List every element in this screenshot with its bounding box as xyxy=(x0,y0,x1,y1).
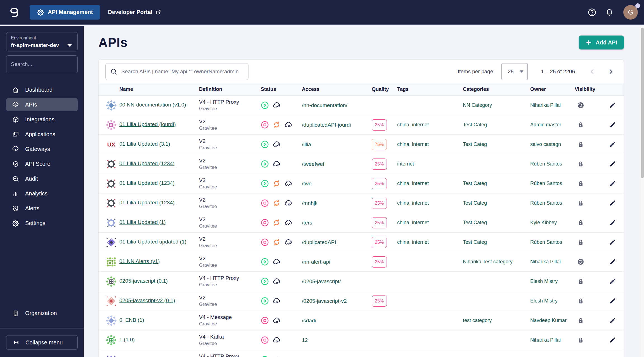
column-header-visibility: Visibility xyxy=(575,86,601,92)
table-row[interactable]: 01 Lilia Updated updated (1) V2 Gravitee… xyxy=(99,233,624,252)
sidebar-item-gateways[interactable]: Gateways xyxy=(6,143,78,156)
sidebar-item-analytics[interactable]: Analytics xyxy=(6,187,78,200)
table-row[interactable]: V4 - HTTP Proxy Gravitee xyxy=(99,350,624,357)
quality-badge[interactable]: 75% xyxy=(372,139,387,150)
quality-badge[interactable]: 25% xyxy=(372,159,387,170)
table-row[interactable]: 01 Lilia Updated (1234) V2 Gravitee /mnh… xyxy=(99,193,624,213)
api-avatar xyxy=(105,276,117,287)
api-name-link[interactable]: 0205-javascript (0.1) xyxy=(119,278,168,284)
table-row[interactable]: 01 NN Alerts (v1) V2 Gravitee /nn-alert-… xyxy=(99,252,624,272)
api-name-link[interactable]: 01 NN Alerts (v1) xyxy=(119,258,160,264)
quality-badge[interactable]: 25% xyxy=(372,295,387,307)
collapse-menu-button[interactable]: Collapse menu xyxy=(6,335,78,350)
sidebar-item-applications[interactable]: Applications xyxy=(6,128,78,141)
edit-api-button[interactable] xyxy=(606,354,619,357)
api-search[interactable] xyxy=(105,63,248,80)
sidebar-item-label: APIs xyxy=(25,101,37,108)
table-row[interactable]: 0_ENB (1) V4 - Message Gravitee /sdad/ t… xyxy=(99,311,624,330)
status-stopped-icon xyxy=(261,316,269,325)
sidebar-search-input[interactable] xyxy=(11,61,79,67)
api-name-link[interactable]: 01 Lilia Updated (1234) xyxy=(119,180,175,186)
scrollbar-thumb[interactable] xyxy=(641,28,644,178)
edit-api-button[interactable] xyxy=(606,178,619,190)
items-per-page-select[interactable]: 25 xyxy=(501,63,528,80)
api-name-link[interactable]: 0_ENB (1) xyxy=(119,317,144,323)
table-row[interactable]: 01 Lilia Updated (1234) V2 Gravitee /twe… xyxy=(99,154,624,174)
quality-cell: 25% xyxy=(372,237,397,248)
help-button[interactable] xyxy=(588,8,596,17)
edit-api-button[interactable] xyxy=(606,315,619,327)
developer-portal-link[interactable]: Developer Portal xyxy=(108,9,161,15)
table-row[interactable]: 01 Lilia Updated (jourdi) V2 Gravitee /d… xyxy=(99,115,624,135)
sidebar-item-alerts[interactable]: Alerts xyxy=(6,202,78,215)
edit-api-button[interactable] xyxy=(606,275,619,288)
gravitee-logo-icon xyxy=(9,7,20,18)
edit-api-button[interactable] xyxy=(606,217,619,229)
quality-badge[interactable]: 25% xyxy=(372,256,387,268)
table-row[interactable]: 1 (1.0) V4 - Kafka Gravitee 12 Niharika … xyxy=(99,330,624,350)
visibility-cell xyxy=(575,317,601,324)
main-content: APIs Add API Items per page: 25 1 – 25 o… xyxy=(84,26,640,357)
edit-api-button[interactable] xyxy=(606,99,619,112)
table-row[interactable]: 01 Lilia Updated (1) V2 Gravitee /ters 2… xyxy=(99,213,624,233)
definition-vendor: Gravitee xyxy=(199,184,261,190)
edit-api-button[interactable] xyxy=(606,138,619,151)
access-path: /nn-documentation/ xyxy=(302,102,372,108)
api-name-link[interactable]: 0205-javascript-v2 (0.1) xyxy=(119,297,175,304)
api-name-link[interactable]: 01 Lilia Updated (jourdi) xyxy=(119,121,176,127)
api-name-link[interactable]: 01 Lilia Updated updated (1) xyxy=(119,239,186,245)
access-path: /tweefwef xyxy=(302,161,372,167)
api-name-link[interactable]: 1 (1.0) xyxy=(119,337,135,343)
notifications-button[interactable] xyxy=(605,8,614,17)
api-avatar xyxy=(105,217,117,229)
previous-page-button[interactable] xyxy=(586,65,598,78)
status-synced-cloud-icon xyxy=(273,140,281,148)
table-row[interactable]: 01 Lilia Updated (1234) V2 Gravitee /twe… xyxy=(99,174,624,193)
column-header-owner: Owner xyxy=(530,86,575,92)
table-row[interactable]: 0205-javascript (0.1) V4 - HTTP Proxy Gr… xyxy=(99,272,624,291)
visibility-cell xyxy=(575,141,601,148)
environment-select[interactable]: Environment fr-apim-master-dev xyxy=(6,32,78,51)
quality-badge[interactable]: 25% xyxy=(372,119,387,131)
add-api-button[interactable]: Add API xyxy=(579,36,624,49)
table-row[interactable]: UX 01 Lilia Updated (3.1) V2 Gravitee /l… xyxy=(99,135,624,154)
user-menu[interactable]: G xyxy=(623,5,638,20)
sidebar-item-label: Gateways xyxy=(25,146,50,152)
edit-api-button[interactable] xyxy=(606,197,619,209)
sidebar-item-apis[interactable]: APIs xyxy=(6,98,78,111)
edit-api-button[interactable] xyxy=(606,334,619,346)
sidebar-item-organization[interactable]: Organization xyxy=(6,307,78,320)
edit-api-button[interactable] xyxy=(606,256,619,268)
edit-api-button[interactable] xyxy=(606,236,619,249)
edit-api-button[interactable] xyxy=(606,119,619,131)
page-scrollbar[interactable] xyxy=(640,26,644,357)
api-name-link[interactable]: 01 Lilia Updated (1234) xyxy=(119,160,175,167)
quality-badge[interactable]: 25% xyxy=(372,217,387,228)
search-check-icon xyxy=(12,175,19,183)
edit-api-button[interactable] xyxy=(606,295,619,307)
sidebar-item-integrations[interactable]: Integrations xyxy=(6,113,78,126)
quality-badge[interactable]: 25% xyxy=(372,178,387,189)
sidebar-item-settings[interactable]: Settings xyxy=(6,217,78,230)
definition-version: V4 - Kafka xyxy=(199,334,261,340)
sidebar-search[interactable] xyxy=(6,55,78,73)
edit-api-button[interactable] xyxy=(606,158,619,170)
quality-badge[interactable]: 25% xyxy=(372,237,387,248)
api-name-link[interactable]: 01 Lilia Updated (3.1) xyxy=(119,141,170,147)
private-lock-icon xyxy=(577,160,584,168)
help-icon xyxy=(588,8,596,17)
table-row[interactable]: 0205-javascript-v2 (0.1) V2 Gravitee /02… xyxy=(99,291,624,311)
api-name-link[interactable]: 01 Lilia Updated (1234) xyxy=(119,200,175,206)
quality-badge[interactable]: 25% xyxy=(372,198,387,209)
status-synced-cloud-icon xyxy=(273,258,281,266)
sidebar-item-api-score[interactable]: API Score xyxy=(6,157,78,171)
api-name-link[interactable]: 00 NN-documentation (v1.0) xyxy=(119,102,186,108)
api-name-link[interactable]: 01 Lilia Updated (1) xyxy=(119,219,166,225)
api-search-input[interactable] xyxy=(121,68,244,75)
table-row[interactable]: 00 NN-documentation (v1.0) V4 - HTTP Pro… xyxy=(99,96,624,115)
sidebar-item-label: Integrations xyxy=(25,116,55,123)
app-switcher-api-management[interactable]: API Management xyxy=(30,5,100,20)
sidebar-item-audit[interactable]: Audit xyxy=(6,172,78,185)
sidebar-item-dashboard[interactable]: Dashboard xyxy=(6,83,78,96)
next-page-button[interactable] xyxy=(605,65,617,78)
